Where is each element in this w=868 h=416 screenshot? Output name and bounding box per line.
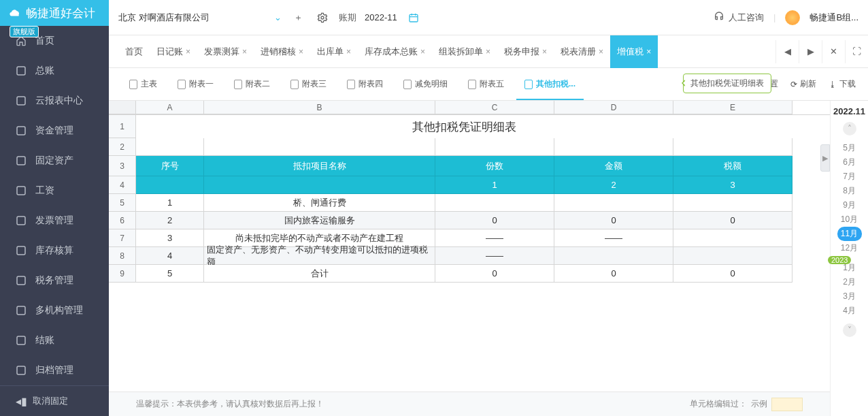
sheet-tab[interactable]: 其他扣税... — [516, 74, 584, 94]
cell[interactable]: 份数 — [435, 156, 554, 176]
cell[interactable]: 金额 — [554, 156, 673, 176]
sidebar-item-payroll[interactable]: 工资 — [0, 176, 109, 206]
cell[interactable]: 抵扣项目名称 — [204, 156, 435, 176]
month-item[interactable]: 4月 — [837, 304, 862, 318]
cell[interactable] — [673, 138, 792, 156]
row-header[interactable]: 6 — [109, 212, 136, 229]
cell[interactable]: 0 — [673, 212, 792, 229]
sheet-tab[interactable]: 附表四 — [339, 74, 391, 94]
cell[interactable]: 1 — [136, 194, 204, 212]
spreadsheet[interactable]: ABCDE 1其他扣税凭证明细表23序号抵扣项目名称份数金额税额412351桥、… — [109, 101, 830, 416]
tab-增值税[interactable]: 增值税× — [610, 35, 658, 68]
tab-发票测算[interactable]: 发票测算× — [197, 35, 254, 68]
cell[interactable]: 0 — [554, 265, 673, 283]
tab-出库单[interactable]: 出库单× — [310, 35, 358, 68]
cell[interactable]: —— — [435, 247, 554, 265]
tabs-close-all[interactable]: ✕ — [822, 40, 845, 63]
sidebar-item-chart[interactable]: 云报表中心 — [0, 86, 109, 116]
cell[interactable] — [554, 138, 673, 156]
user-name[interactable]: 畅捷通B组... — [809, 12, 858, 24]
cell[interactable]: 5 — [136, 265, 204, 283]
month-item[interactable]: 3月 — [837, 289, 862, 304]
sidebar-item-invoice[interactable]: 发票管理 — [0, 206, 109, 236]
cell[interactable]: 序号 — [136, 156, 204, 176]
month-item[interactable]: 7月 — [837, 170, 862, 184]
sidebar-item-archive[interactable]: 归档管理 — [0, 355, 109, 385]
add-button[interactable]: ＋ — [290, 10, 306, 26]
month-item[interactable]: 5月 — [837, 141, 862, 155]
cell[interactable]: 4 — [136, 247, 204, 265]
cell[interactable] — [204, 138, 435, 156]
tab-首页[interactable]: 首页 — [118, 35, 150, 68]
cell[interactable]: 2 — [136, 212, 204, 229]
tabs-expand[interactable]: ⛶ — [845, 40, 868, 63]
panel-down[interactable]: ˅ — [843, 323, 856, 337]
month-item[interactable]: 8月 — [837, 184, 862, 198]
cell[interactable]: 国内旅客运输服务 — [204, 212, 435, 229]
cell[interactable] — [554, 194, 673, 212]
cell[interactable]: 桥、闸通行费 — [204, 194, 435, 212]
close-icon[interactable]: × — [299, 47, 303, 57]
sidebar-item-money[interactable]: 资金管理 — [0, 116, 109, 146]
panel-collapse-handle[interactable]: ▶ — [820, 144, 830, 172]
col-header[interactable]: B — [204, 101, 435, 114]
sheet-tab[interactable]: 附表二 — [226, 74, 278, 94]
cell[interactable] — [136, 176, 204, 194]
consult-link[interactable]: 人工咨询 — [714, 11, 764, 24]
cell[interactable]: 0 — [435, 212, 554, 229]
row-header[interactable]: 8 — [109, 247, 136, 265]
cell[interactable] — [673, 247, 792, 265]
tabs-prev[interactable]: ◀ — [775, 40, 799, 63]
tab-库存成本总账[interactable]: 库存成本总账× — [358, 35, 432, 68]
close-icon[interactable]: × — [186, 47, 190, 57]
cell[interactable] — [554, 247, 673, 265]
close-icon[interactable]: × — [346, 47, 351, 57]
download-button[interactable]: ⭳下载 — [829, 78, 856, 90]
cell[interactable]: 3 — [673, 176, 792, 194]
col-header[interactable]: A — [136, 101, 204, 114]
sheet-tab[interactable]: 附表五 — [460, 74, 512, 94]
sheet-tab[interactable]: 主表 — [121, 74, 165, 94]
cell[interactable] — [204, 176, 435, 194]
calendar-icon[interactable] — [405, 10, 422, 26]
month-item[interactable]: 9月 — [837, 198, 862, 212]
tab-日记账[interactable]: 日记账× — [150, 35, 197, 68]
cell[interactable] — [136, 138, 204, 156]
sidebar-item-ledger[interactable]: 总账 — [0, 56, 109, 86]
cell[interactable]: 合计 — [204, 265, 435, 283]
sidebar-item-asset[interactable]: 固定资产 — [0, 146, 109, 176]
cell[interactable] — [435, 194, 554, 212]
cell[interactable]: 2 — [554, 176, 673, 194]
cell[interactable]: 1 — [435, 176, 554, 194]
tab-进销稽核[interactable]: 进销稽核× — [254, 35, 310, 68]
month-item[interactable]: 11月 — [837, 227, 862, 241]
tab-组装拆卸单[interactable]: 组装拆卸单× — [432, 35, 497, 68]
close-icon[interactable]: × — [242, 47, 247, 57]
tab-税务申报[interactable]: 税务申报× — [497, 35, 554, 68]
tab-税表清册[interactable]: 税表清册× — [554, 35, 610, 68]
row-header[interactable]: 5 — [109, 194, 136, 212]
period-value[interactable]: 2022-11 — [365, 12, 397, 22]
cell[interactable]: 3 — [136, 229, 204, 247]
close-icon[interactable]: × — [599, 47, 603, 57]
row-header[interactable]: 9 — [109, 265, 136, 283]
cell[interactable]: 0 — [673, 265, 792, 283]
cell[interactable]: —— — [554, 229, 673, 247]
sidebar-item-tax[interactable]: 税务管理 — [0, 266, 109, 295]
cell[interactable] — [673, 229, 792, 247]
cell[interactable]: 固定资产、无形资产、不动产转变用途可以抵扣的进项税额 — [204, 247, 435, 265]
cell[interactable]: 税额 — [673, 156, 792, 176]
col-header[interactable]: D — [554, 101, 673, 114]
col-header[interactable]: C — [435, 101, 554, 114]
sidebar-item-multi[interactable]: 多机构管理 — [0, 295, 109, 325]
sheet-tab[interactable]: 减免明细 — [395, 74, 456, 94]
cell[interactable]: 0 — [435, 265, 554, 283]
month-item[interactable]: 6月 — [837, 155, 862, 170]
month-item[interactable]: 2月 — [837, 275, 862, 289]
cell[interactable] — [435, 138, 554, 156]
col-header[interactable]: E — [673, 101, 792, 114]
company-selector[interactable]: 北京 对啊酒店有限公司 ⌄ — [118, 12, 282, 24]
tabs-next[interactable]: ▶ — [799, 40, 822, 63]
row-header[interactable]: 2 — [109, 138, 136, 156]
refresh-button[interactable]: ⟳刷新 — [790, 78, 816, 90]
